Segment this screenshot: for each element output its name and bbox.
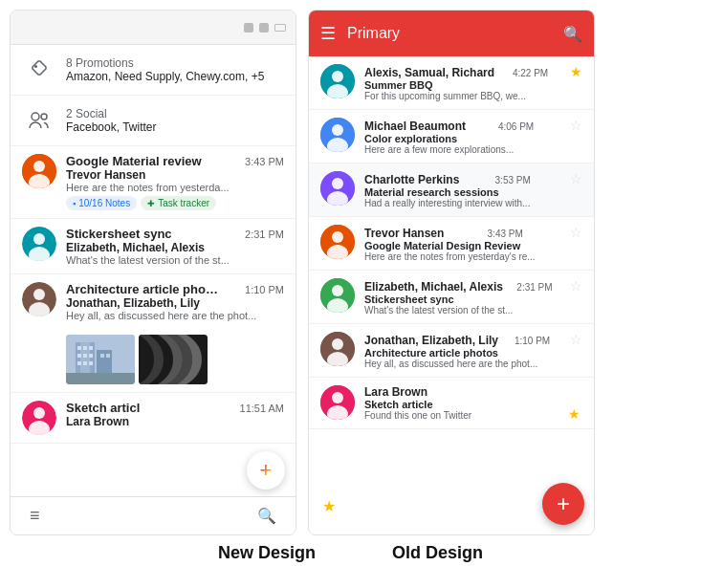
old-subject-4: Google Material Design Review [364,240,582,251]
email-row-stickersheet[interactable]: Stickersheet sync 2:31 PM Elizabeth, Mic… [11,219,296,274]
email-top-1: Google Material review 3:43 PM [66,154,284,168]
avatar-trevor [22,154,56,188]
old-avatar-2 [320,118,355,152]
old-email-row-6[interactable]: Jonathan, Elizabeth, Lily 1:10 PM ☆ Arch… [309,324,594,378]
social-row[interactable]: 2 Social Facebook, Twitter [11,96,296,146]
battery-icon [274,24,286,32]
search-icon-bottom[interactable]: 🔍 [257,507,276,525]
chip-task[interactable]: ✚ Task tracker [141,196,216,210]
old-time-1: 4:22 PM [513,68,548,78]
email-from-1: Trevor Hansen [66,168,284,182]
email-time-s: 2:31 PM [245,229,284,240]
old-subject-3: Material research sessions [364,186,582,198]
email-row-arch[interactable]: Architecture article photos 1:10 PM Jona… [11,274,296,393]
search-icon-old[interactable]: 🔍 [563,25,582,43]
old-email-row-1[interactable]: Alexis, Samual, Richard 4:22 PM ★ Summer… [309,56,594,110]
old-subject-2: Color explorations [364,133,582,144]
new-design-content: 8 Promotions Amazon, Need Supply, Chewy.… [11,45,296,496]
email-chips-1: ▪ 10/16 Notes ✚ Task tracker [66,196,284,210]
old-email-row-7[interactable]: Lara Brown Sketch article Found this one… [309,378,594,429]
old-time-3: 3:53 PM [495,175,531,185]
old-email-row-2[interactable]: Michael Beaumont 4:06 PM ☆ Color explora… [309,110,594,163]
social-icon [22,103,56,138]
old-email-top-2: Michael Beaumont 4:06 PM ☆ [364,118,582,133]
avatar-lara [22,401,56,435]
svg-rect-21 [77,361,81,365]
svg-rect-22 [83,361,87,365]
old-design-content: Alexis, Samual, Richard 4:22 PM ★ Summer… [309,56,594,534]
new-design-bottom-nav: ≡ 🔍 [11,496,296,534]
old-email-top-5: Elizabeth, Michael, Alexis 2:31 PM ☆ [364,278,582,294]
social-senders: Facebook, Twitter [66,120,284,134]
email-sender-s: Stickersheet sync [66,227,172,241]
svg-point-0 [34,65,37,68]
promotions-senders: Amazon, Need Supply, Chewy.com, +5 [66,70,284,83]
old-design-header: ☰ Primary 🔍 [309,11,594,56]
old-sender-3: Charlotte Perkins [364,173,459,186]
old-email-row-3[interactable]: Charlotte Perkins 3:53 PM ☆ Material res… [309,163,594,217]
svg-rect-23 [89,361,93,365]
old-avatar-3 [320,171,355,206]
old-email-row-4[interactable]: Trevor Hansen 3:43 PM ☆ Google Material … [309,217,594,271]
email-row-1[interactable]: Google Material review 3:43 PM Trevor Ha… [11,146,296,219]
email-preview-s: What's the latest version of the st... [66,254,284,266]
svg-point-42 [332,231,343,243]
email-body-sketch: Sketch articl 11:51 AM Lara Brown [66,401,284,428]
photo-previews [66,335,284,384]
email-top-sketch: Sketch articl 11:51 AM [66,401,284,415]
compose-fab-new[interactable]: + [247,451,285,490]
chip-notes[interactable]: ▪ 10/16 Notes [66,196,137,210]
svg-point-51 [332,392,343,403]
promotions-icon [22,53,56,87]
old-sender-1: Alexis, Samual, Richard [364,66,494,79]
svg-point-36 [332,124,343,136]
old-subject-6: Architecture article photos [364,347,582,359]
star-empty-6[interactable]: ☆ [570,332,582,347]
svg-rect-17 [89,346,93,350]
star-empty-3[interactable]: ☆ [570,171,582,186]
old-preview-7: Found this one on Twitter [364,410,582,421]
old-design-panel: ☰ Primary 🔍 Alexis, Samual, Richard 4:22… [308,10,595,535]
old-preview-3: Had a really interesting interview with.… [364,198,582,208]
status-icon-1 [244,23,253,33]
svg-point-2 [41,114,47,120]
old-avatar-5 [320,278,355,313]
status-icon-2 [259,23,269,33]
old-preview-4: Here are the notes from yesterday's re..… [364,251,582,262]
star-empty-4[interactable]: ☆ [570,225,582,240]
old-email-top-7: Lara Brown [364,385,582,399]
old-sender-4: Trevor Hansen [364,227,444,240]
email-from-arch: Jonathan, Elizabeth, Lily [66,296,284,310]
svg-point-45 [332,285,343,296]
old-sender-7: Lara Brown [364,385,427,399]
social-text: 2 Social Facebook, Twitter [66,107,284,134]
email-preview-arch: Hey all, as discussed here are the phot.… [66,310,284,321]
fab-old[interactable]: + [542,483,584,525]
old-time-2: 4:06 PM [498,121,534,132]
old-sender-5: Elizabeth, Michael, Alexis [364,280,503,294]
old-time-6: 1:10 PM [515,336,550,346]
labels-row: New Design Old Design [0,535,701,567]
email-body-stickersheet: Stickersheet sync 2:31 PM Elizabeth, Mic… [66,227,284,266]
star-empty-2[interactable]: ☆ [570,118,582,133]
old-avatar-7 [320,385,355,420]
hamburger-icon-bottom[interactable]: ≡ [30,506,40,526]
email-body-1: Google Material review 3:43 PM Trevor Ha… [66,154,284,210]
star-filled-1[interactable]: ★ [570,64,582,79]
email-row-sketch[interactable]: Sketch articl 11:51 AM Lara Brown [11,393,296,444]
promotions-row[interactable]: 8 Promotions Amazon, Need Supply, Chewy.… [11,45,296,96]
photo-curved-building [139,335,208,384]
old-sender-2: Michael Beaumont [364,120,466,133]
old-email-top-1: Alexis, Samual, Richard 4:22 PM ★ [364,64,582,79]
email-top-arch: Architecture article photos 1:10 PM [66,282,284,296]
fab-old-wrapper: + [542,483,584,525]
promotions-count: 8 Promotions [66,56,284,70]
email-top-s: Stickersheet sync 2:31 PM [66,227,284,241]
hamburger-icon-old[interactable]: ☰ [320,23,336,44]
social-label: 2 Social [66,107,284,120]
old-email-body-3: Charlotte Perkins 3:53 PM ☆ Material res… [364,171,582,208]
old-email-row-5[interactable]: Elizabeth, Michael, Alexis 2:31 PM ☆ Sti… [309,271,594,324]
star-empty-5[interactable]: ☆ [570,278,582,294]
old-email-top-6: Jonathan, Elizabeth, Lily 1:10 PM ☆ [364,332,582,347]
old-email-body-4: Trevor Hansen 3:43 PM ☆ Google Material … [364,225,582,262]
